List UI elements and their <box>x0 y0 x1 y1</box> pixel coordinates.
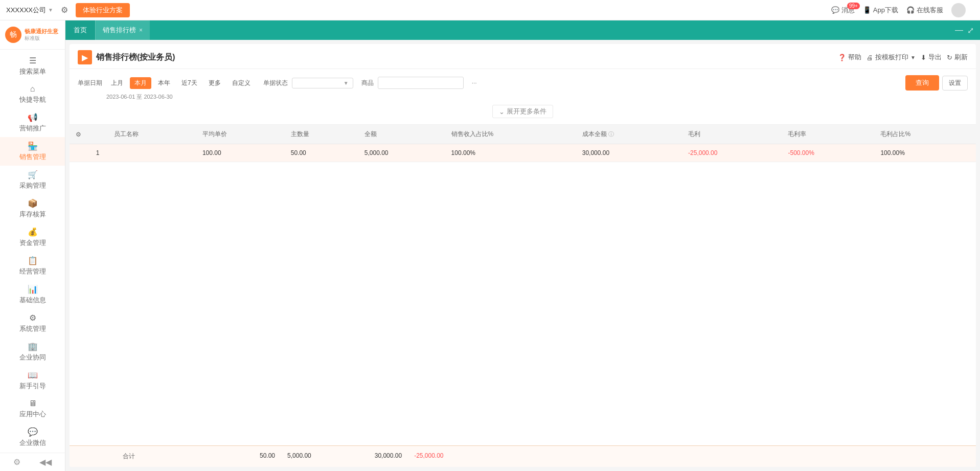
expand-down-icon: ⌄ <box>499 108 505 116</box>
app-download-label: App下载 <box>873 6 898 15</box>
date-tab-this-month[interactable]: 本月 <box>130 77 151 89</box>
app-icon: 📱 <box>863 6 871 14</box>
sidebar-item-label: 新手引导 <box>19 382 46 391</box>
row-settings <box>70 144 87 162</box>
refresh-btn[interactable]: ↻ 刷新 <box>947 53 968 62</box>
sidebar-item-label: 基础信息 <box>19 296 46 305</box>
footer-cost: 30,000.00 <box>369 450 408 463</box>
trial-button[interactable]: 体验行业方案 <box>76 3 130 17</box>
expand-toggle-btn[interactable]: ▶ <box>78 50 92 64</box>
footer-amount: 5,000.00 <box>281 450 317 463</box>
row-cost: 30,000.00 <box>576 144 682 162</box>
date-range-row: 2023-06-01 至 2023-06-30 <box>78 93 968 101</box>
sidebar-item-basic-info[interactable]: 📊 基础信息 <box>0 280 65 309</box>
sidebar: 畅 畅康通好生意 标准版 ☰ 搜索菜单 ⌂ 快捷导航 📢 营销推广 🏪 销售管理 <box>0 20 65 471</box>
online-service-btn[interactable]: 🎧 在线客服 <box>906 6 943 15</box>
sidebar-item-sales[interactable]: 🏪 销售管理 <box>0 137 65 166</box>
expand-btn[interactable]: ⌄ 展开更多条件 <box>492 105 553 118</box>
col-main-qty: 主数量 <box>285 125 358 144</box>
goods-filter: 商品 <box>361 77 464 89</box>
sidebar-item-system[interactable]: ⚙ 系统管理 <box>0 309 65 338</box>
col-profit: 毛利 <box>682 125 782 144</box>
app-download-btn[interactable]: 📱 App下载 <box>863 6 898 15</box>
sidebar-item-operations[interactable]: 📋 经营管理 <box>0 252 65 280</box>
purchase-icon: 🛒 <box>28 170 38 180</box>
tab-sales-rank[interactable]: 销售排行榜 × <box>95 20 150 40</box>
row-sales-pct: 100.00% <box>445 144 576 162</box>
logo-title: 畅康通好生意 <box>25 28 58 35</box>
footer-main-qty: 50.00 <box>254 450 281 463</box>
sidebar-item-search-order[interactable]: ☰ 搜索菜单 <box>0 52 65 80</box>
more-filters-btn[interactable]: ··· <box>472 79 477 86</box>
page-content: ▶ 销售排行榜(按业务员) ❓ 帮助 🖨 按模板打印 ▼ ⬇ <box>70 44 976 467</box>
sidebar-item-wechat[interactable]: 💬 企业微信 <box>0 423 65 452</box>
company-name: XXXXXX公司 <box>6 6 46 15</box>
settings-icon[interactable]: ⚙ <box>57 3 72 17</box>
sidebar-item-quick-nav[interactable]: ⌂ 快捷导航 <box>0 80 65 108</box>
table-footer: 合计 50.00 5,000.00 30,000.00 -25,000.00 <box>70 445 976 467</box>
export-btn[interactable]: ⬇ 导出 <box>921 53 942 62</box>
settings-button[interactable]: 设置 <box>942 76 968 91</box>
sidebar-item-marketing[interactable]: 📢 营销推广 <box>0 108 65 137</box>
date-tab-more[interactable]: 更多 <box>204 77 225 89</box>
tab-minimize-icon[interactable]: — <box>955 26 963 35</box>
help-btn[interactable]: ❓ 帮助 <box>838 53 861 62</box>
col-profit-pct: 毛利占比% <box>874 125 976 144</box>
sidebar-item-label: 快捷导航 <box>19 95 46 104</box>
row-rank: 1 <box>87 144 108 162</box>
row-employee <box>108 144 196 162</box>
tab-close-icon[interactable]: × <box>139 27 143 34</box>
sidebar-item-enterprise[interactable]: 🏢 企业协同 <box>0 338 65 366</box>
sidebar-item-label: 营销推广 <box>19 124 46 133</box>
row-profit: -25,000.00 <box>682 144 782 162</box>
wechat-icon: 💬 <box>28 427 38 437</box>
col-amount: 全额 <box>358 125 445 144</box>
operations-icon: 📋 <box>28 256 38 265</box>
sidebar-item-label: 库存核算 <box>19 210 46 219</box>
date-tab-custom[interactable]: 自定义 <box>227 77 255 89</box>
enterprise-icon: 🏢 <box>28 342 38 351</box>
sidebar-nav: ☰ 搜索菜单 ⌂ 快捷导航 📢 营销推广 🏪 销售管理 🛒 采购管理 📦 库 <box>0 50 65 453</box>
status-label: 单据状态 <box>263 79 288 87</box>
status-select[interactable]: ▼ <box>292 78 353 88</box>
home-icon: ⌂ <box>30 84 35 94</box>
sidebar-item-guide[interactable]: 📖 新手引导 <box>0 366 65 395</box>
sidebar-settings-btn[interactable]: ⚙ <box>13 457 20 467</box>
query-button[interactable]: 查询 <box>905 75 939 91</box>
row-profit-pct: 100.00% <box>874 144 976 162</box>
logo-icon: 畅 <box>5 27 21 43</box>
company-selector[interactable]: XXXXXX公司 ▼ <box>6 6 53 15</box>
message-badge: 99+ <box>847 3 860 9</box>
sidebar-item-label: 企业协同 <box>19 353 46 362</box>
date-tab-7days[interactable]: 近7天 <box>177 77 202 89</box>
col-settings[interactable]: ⚙ <box>70 125 87 144</box>
sidebar-item-inventory[interactable]: 📦 库存核算 <box>0 194 65 223</box>
avatar[interactable] <box>951 3 966 17</box>
message-btn[interactable]: 💬 消息 99+ <box>831 6 855 15</box>
basic-info-icon: 📊 <box>28 284 38 294</box>
help-icon: ❓ <box>838 54 846 61</box>
expand-label: 展开更多条件 <box>507 107 546 116</box>
date-range-text: 2023-06-01 至 2023-06-30 <box>106 94 173 100</box>
sidebar-item-finance[interactable]: 💰 资金管理 <box>0 223 65 252</box>
inventory-icon: 📦 <box>28 198 38 208</box>
status-dropdown-icon: ▼ <box>344 80 349 86</box>
export-icon: ⬇ <box>921 54 926 61</box>
print-btn[interactable]: 🖨 按模板打印 ▼ <box>867 53 916 62</box>
print-icon: 🖨 <box>867 54 873 61</box>
date-tab-this-year[interactable]: 本年 <box>153 77 175 89</box>
table-body: 1 100.00 50.00 5,000.00 100.00% 30,000.0… <box>70 144 976 162</box>
goods-input[interactable] <box>378 77 464 89</box>
logo-text-block: 畅康通好生意 标准版 <box>25 28 58 42</box>
tab-home[interactable]: 首页 <box>65 20 95 40</box>
sidebar-item-label: 经营管理 <box>19 267 46 276</box>
date-tab-last-month[interactable]: 上月 <box>106 77 128 89</box>
tab-maximize-icon[interactable]: ⤢ <box>967 26 974 35</box>
table-row: 1 100.00 50.00 5,000.00 100.00% 30,000.0… <box>70 144 976 162</box>
sidebar-collapse-btn[interactable]: ◀◀ <box>39 457 52 467</box>
help-label: 帮助 <box>848 53 861 62</box>
sidebar-item-app-center[interactable]: 🖥 应用中心 <box>0 395 65 423</box>
col-avg-price: 平均单价 <box>196 125 285 144</box>
goods-label: 商品 <box>361 79 374 87</box>
sidebar-item-purchase[interactable]: 🛒 采购管理 <box>0 166 65 194</box>
